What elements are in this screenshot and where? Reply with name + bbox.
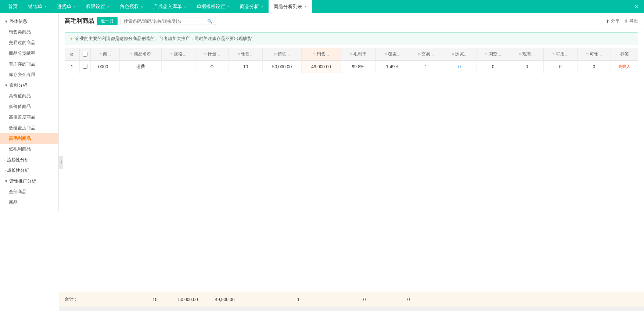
export-button[interactable]: ⬇ 导出 bbox=[624, 18, 638, 24]
horizontal-scrollbar[interactable] bbox=[59, 307, 644, 311]
sort-icon: ⇅ bbox=[519, 52, 522, 56]
col-avail-stock-header[interactable]: ⇅ 可用... bbox=[544, 48, 578, 61]
search-box[interactable]: 🔍 bbox=[120, 18, 216, 25]
close-permission-settings[interactable]: × bbox=[107, 5, 109, 9]
main-layout: ▼ 整体信息 销售类商品 交易过的商品 商品分贡献率 有库存的商品 库存资金占用… bbox=[0, 13, 644, 311]
nav-product-analysis[interactable]: 商品分析 × bbox=[235, 0, 269, 13]
sort-icon: ⇅ bbox=[350, 52, 353, 56]
col-name-header[interactable]: ⇅ 商品名称 bbox=[120, 48, 162, 61]
col-sales-amt-header[interactable]: ⇅ 销售... bbox=[262, 48, 302, 61]
col-coverage-header[interactable]: ⇅ 覆盖... bbox=[375, 48, 409, 61]
col-code-header[interactable]: ⇅ 商... bbox=[90, 48, 120, 61]
cell-index: 1 bbox=[65, 61, 79, 73]
nav-product-analysis-list[interactable]: 商品分析列表 × bbox=[269, 0, 312, 13]
sidebar-item-stock-capital[interactable]: 库存资金占用 bbox=[0, 69, 58, 80]
select-all-checkbox[interactable] bbox=[83, 52, 87, 57]
sidebar-item-all-goods[interactable]: 全部商品 bbox=[0, 187, 58, 197]
sidebar-item-contribution-rate[interactable]: 商品分贡献率 bbox=[0, 48, 58, 59]
content-area: 高毛利商品 近一月 🔍 ⬆ 分享 ⬇ 导出 ✦ 企业的主要的利润都是这部分商品创… bbox=[59, 13, 644, 311]
sidebar-item-traded-goods[interactable]: 交易过的商品 bbox=[0, 37, 58, 48]
cell-coverage: 1.49% bbox=[375, 61, 409, 73]
cell-tx-count: 1 bbox=[409, 61, 443, 73]
sidebar-item-high-value[interactable]: 高价值商品 bbox=[0, 91, 58, 101]
sidebar-item-in-stock[interactable]: 有库存的商品 bbox=[0, 59, 58, 69]
sidebar-group-contribution[interactable]: ▼ 贡献分析 bbox=[0, 80, 58, 91]
nav-role-auth[interactable]: 角色授权 × bbox=[115, 0, 148, 13]
col-view2-header[interactable]: ⇅ 浏览... bbox=[476, 48, 510, 61]
sidebar-item-low-value[interactable]: 低价值商品 bbox=[0, 101, 58, 112]
sidebar-group-overall[interactable]: ▼ 整体信息 bbox=[0, 16, 58, 27]
data-table: ⚙ ⇅ 商... bbox=[65, 48, 638, 73]
cell-sales-profit: 49,900.00 bbox=[302, 61, 341, 73]
col-gross-rate-header[interactable]: ⇅ 毛利率 bbox=[341, 48, 375, 61]
col-unit-header[interactable]: ⇅ 计量... bbox=[195, 48, 229, 61]
nav-home[interactable]: 首页 bbox=[3, 0, 23, 13]
sidebar-item-high-margin[interactable]: 高毛利商品 bbox=[0, 133, 58, 144]
col-spec-header[interactable]: ⇅ 规格... bbox=[162, 48, 195, 61]
col-sales-qty-header[interactable]: ⇅ 销售... bbox=[229, 48, 263, 61]
header-actions: ⬆ 分享 ⬇ 导出 bbox=[606, 18, 638, 24]
cell-gross-rate: 99.8% bbox=[341, 61, 375, 73]
sort-icon: ⇅ bbox=[99, 52, 102, 56]
table-header-row: ⚙ ⇅ 商... bbox=[65, 48, 638, 61]
close-all-tabs[interactable]: × bbox=[632, 3, 641, 10]
close-product-analysis[interactable]: × bbox=[261, 5, 263, 9]
close-product-analysis-list[interactable]: × bbox=[305, 5, 307, 9]
close-sales-order[interactable]: × bbox=[44, 5, 47, 9]
collapse-sidebar-button[interactable]: 《 bbox=[58, 156, 63, 169]
sidebar-item-low-coverage[interactable]: 低覆盖度商品 bbox=[0, 123, 58, 133]
total-cells: 10 50,000.00 49,900.00 1 0 0 bbox=[85, 297, 638, 302]
col-sales-profit-header[interactable]: ⇅ 销售... bbox=[302, 48, 341, 61]
cell-avail-stock: 0 bbox=[544, 61, 578, 73]
filter-recent-month-button[interactable]: 近一月 bbox=[97, 17, 118, 25]
group-contribution-label: 贡献分析 bbox=[10, 82, 27, 88]
sidebar-group-marketing[interactable]: ▼ 营销推广分析 bbox=[0, 176, 58, 187]
top-navigation: 首页 销售单 × 进货单 × 权限设置 × 角色授权 × 产成品入库单 × 单据… bbox=[0, 0, 644, 13]
total-sales-amt: 50,000.00 bbox=[170, 297, 206, 302]
cell-checkbox[interactable] bbox=[79, 61, 90, 73]
sidebar-group-trend[interactable]: › 流趋性分析 bbox=[0, 155, 58, 165]
share-button[interactable]: ⬆ 分享 bbox=[606, 18, 620, 24]
row-checkbox[interactable] bbox=[83, 64, 87, 69]
sort-icon: ⇅ bbox=[274, 52, 277, 56]
col-view1-header[interactable]: ⇅ 浏览... bbox=[443, 48, 476, 61]
sort-icon: ⇅ bbox=[552, 52, 555, 56]
sidebar-group-growth[interactable]: › 成长性分析 bbox=[0, 165, 58, 176]
footer-total-row: 合计： 10 50,000.00 49,900.00 1 0 0 bbox=[59, 292, 644, 307]
group-trend-label: 流趋性分析 bbox=[7, 157, 29, 163]
nav-sales-order[interactable]: 销售单 × bbox=[23, 0, 52, 13]
settings-icon[interactable]: ⚙ bbox=[70, 52, 74, 57]
close-purchase-order[interactable]: × bbox=[73, 5, 76, 9]
nav-product-inbound[interactable]: 产成品入库单 × bbox=[148, 0, 191, 13]
col-saleable-stock-header[interactable]: ⇅ 可销... bbox=[577, 48, 611, 61]
sort-icon: ⇅ bbox=[485, 52, 488, 56]
search-icon[interactable]: 🔍 bbox=[207, 19, 213, 24]
total-saleable-stock: 0 bbox=[397, 297, 420, 302]
page-title: 高毛利商品 bbox=[65, 17, 94, 25]
cell-current-stock: 0 bbox=[510, 61, 544, 73]
col-tag-header[interactable]: 标签 bbox=[611, 48, 638, 61]
group-growth-label: 成长性分析 bbox=[7, 167, 29, 174]
search-input[interactable] bbox=[124, 19, 207, 24]
cell-name: 运费 bbox=[120, 61, 162, 73]
close-product-inbound[interactable]: × bbox=[184, 5, 186, 9]
info-icon: ✦ bbox=[69, 36, 73, 41]
close-role-auth[interactable]: × bbox=[141, 5, 143, 9]
cell-view1[interactable]: 0 bbox=[443, 61, 476, 73]
total-current-stock: 0 bbox=[353, 297, 375, 302]
sidebar-item-sales-goods[interactable]: 销售类商品 bbox=[0, 27, 58, 37]
table-row: 1 0000... 运费 个 10 50,000.00 49,900.00 99… bbox=[65, 61, 638, 73]
group-overall-arrow: ▼ bbox=[4, 19, 8, 23]
sort-icon: ⇅ bbox=[204, 52, 207, 56]
col-tx-count-header[interactable]: ⇅ 交易... bbox=[409, 48, 443, 61]
sidebar-item-new-products[interactable]: 新品 bbox=[0, 197, 58, 208]
sidebar-item-low-margin[interactable]: 低毛利商品 bbox=[0, 144, 58, 155]
sort-icon: ⇅ bbox=[451, 52, 454, 56]
col-checkbox bbox=[79, 48, 90, 61]
nav-template-settings[interactable]: 单据模板设置 × bbox=[191, 0, 235, 13]
nav-purchase-order[interactable]: 进货单 × bbox=[52, 0, 81, 13]
col-current-stock-header[interactable]: ⇅ 现有... bbox=[510, 48, 544, 61]
close-template-settings[interactable]: × bbox=[227, 5, 230, 9]
sidebar-item-high-coverage[interactable]: 高覆盖度商品 bbox=[0, 112, 58, 123]
nav-permission-settings[interactable]: 权限设置 × bbox=[81, 0, 115, 13]
